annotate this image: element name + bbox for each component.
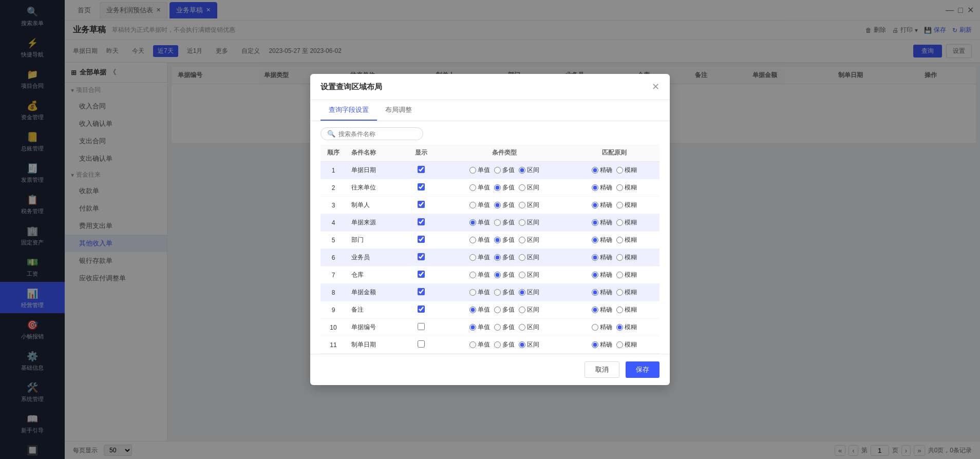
type-range-radio[interactable]: [519, 219, 525, 226]
type-multi-option[interactable]: 多值: [494, 183, 515, 192]
type-range-option[interactable]: 区间: [519, 323, 539, 332]
type-single-option[interactable]: 单值: [469, 288, 490, 297]
type-single-option[interactable]: 单值: [469, 218, 490, 227]
type-multi-radio[interactable]: [494, 341, 501, 348]
match-fuzzy-option[interactable]: 模糊: [616, 253, 637, 262]
type-multi-radio[interactable]: [494, 219, 501, 226]
type-multi-option[interactable]: 多值: [494, 218, 515, 227]
type-range-radio[interactable]: [519, 167, 525, 174]
modal-search-input[interactable]: [338, 130, 417, 138]
match-exact-option[interactable]: 精确: [592, 253, 612, 262]
row-display[interactable]: [403, 266, 439, 284]
modal-close-button[interactable]: ✕: [652, 81, 659, 92]
type-multi-option[interactable]: 多值: [494, 288, 515, 297]
type-single-option[interactable]: 单值: [469, 323, 490, 332]
type-single-option[interactable]: 单值: [469, 305, 490, 314]
match-fuzzy-radio[interactable]: [616, 307, 623, 313]
match-fuzzy-option[interactable]: 模糊: [616, 340, 637, 349]
match-fuzzy-option[interactable]: 模糊: [616, 166, 637, 175]
type-single-radio[interactable]: [469, 272, 476, 278]
display-checkbox[interactable]: [418, 323, 425, 330]
type-multi-option[interactable]: 多值: [494, 236, 515, 244]
match-fuzzy-option[interactable]: 模糊: [616, 305, 637, 314]
display-checkbox[interactable]: [418, 305, 425, 313]
type-range-option[interactable]: 区间: [519, 183, 539, 192]
row-display[interactable]: [403, 301, 439, 319]
row-display[interactable]: [403, 284, 439, 301]
row-display[interactable]: [403, 197, 439, 214]
match-fuzzy-radio[interactable]: [616, 341, 623, 348]
type-range-radio[interactable]: [519, 184, 525, 191]
type-range-option[interactable]: 区间: [519, 236, 539, 244]
type-single-radio[interactable]: [469, 307, 476, 313]
type-range-radio[interactable]: [519, 307, 525, 313]
type-multi-option[interactable]: 多值: [494, 166, 515, 175]
type-single-option[interactable]: 单值: [469, 271, 490, 279]
type-single-option[interactable]: 单值: [469, 340, 490, 349]
match-fuzzy-option[interactable]: 模糊: [616, 218, 637, 227]
match-fuzzy-radio[interactable]: [616, 324, 623, 331]
match-exact-option[interactable]: 精确: [592, 340, 612, 349]
type-multi-option[interactable]: 多值: [494, 323, 515, 332]
match-exact-radio[interactable]: [592, 219, 598, 226]
match-fuzzy-option[interactable]: 模糊: [616, 271, 637, 279]
row-display[interactable]: [403, 232, 439, 249]
type-multi-option[interactable]: 多值: [494, 253, 515, 262]
match-exact-option[interactable]: 精确: [592, 218, 612, 227]
modal-save-button[interactable]: 保存: [626, 361, 659, 378]
match-exact-radio[interactable]: [592, 289, 598, 296]
type-range-radio[interactable]: [519, 237, 525, 243]
match-exact-option[interactable]: 精确: [592, 166, 612, 175]
display-checkbox[interactable]: [418, 218, 425, 225]
match-fuzzy-radio[interactable]: [616, 202, 623, 208]
type-single-radio[interactable]: [469, 324, 476, 331]
row-display[interactable]: [403, 319, 439, 336]
type-range-option[interactable]: 区间: [519, 340, 539, 349]
display-checkbox[interactable]: [418, 183, 425, 190]
match-fuzzy-option[interactable]: 模糊: [616, 183, 637, 192]
type-range-option[interactable]: 区间: [519, 218, 539, 227]
type-multi-option[interactable]: 多值: [494, 305, 515, 314]
type-single-radio[interactable]: [469, 254, 476, 261]
match-fuzzy-option[interactable]: 模糊: [616, 288, 637, 297]
match-exact-radio[interactable]: [592, 254, 598, 261]
row-display[interactable]: [403, 249, 439, 266]
display-checkbox[interactable]: [418, 288, 425, 295]
type-single-option[interactable]: 单值: [469, 183, 490, 192]
match-exact-radio[interactable]: [592, 307, 598, 313]
display-checkbox[interactable]: [418, 340, 425, 348]
match-fuzzy-radio[interactable]: [616, 289, 623, 296]
type-single-radio[interactable]: [469, 184, 476, 191]
type-single-radio[interactable]: [469, 167, 476, 174]
type-multi-radio[interactable]: [494, 254, 501, 261]
type-range-option[interactable]: 区间: [519, 288, 539, 297]
type-range-radio[interactable]: [519, 272, 525, 278]
match-fuzzy-radio[interactable]: [616, 219, 623, 226]
type-multi-radio[interactable]: [494, 202, 501, 208]
type-range-option[interactable]: 区间: [519, 253, 539, 262]
match-exact-option[interactable]: 精确: [592, 305, 612, 314]
type-range-radio[interactable]: [519, 341, 525, 348]
match-exact-radio[interactable]: [592, 237, 598, 243]
type-range-option[interactable]: 区间: [519, 201, 539, 209]
modal-tab-layout[interactable]: 布局调整: [377, 100, 420, 121]
match-exact-option[interactable]: 精确: [592, 236, 612, 244]
match-exact-radio[interactable]: [592, 202, 598, 208]
type-single-radio[interactable]: [469, 289, 476, 296]
match-exact-option[interactable]: 精确: [592, 183, 612, 192]
match-exact-option[interactable]: 精确: [592, 288, 612, 297]
display-checkbox[interactable]: [418, 271, 425, 278]
match-exact-radio[interactable]: [592, 341, 598, 348]
row-display[interactable]: [403, 179, 439, 197]
type-single-radio[interactable]: [469, 237, 476, 243]
modal-cancel-button[interactable]: 取消: [585, 361, 619, 378]
type-multi-radio[interactable]: [494, 272, 501, 278]
type-single-option[interactable]: 单值: [469, 253, 490, 262]
type-single-radio[interactable]: [469, 219, 476, 226]
type-multi-radio[interactable]: [494, 237, 501, 243]
match-fuzzy-radio[interactable]: [616, 254, 623, 261]
match-exact-option[interactable]: 精确: [592, 323, 612, 332]
match-exact-radio[interactable]: [592, 167, 598, 174]
display-checkbox[interactable]: [418, 236, 425, 243]
match-fuzzy-option[interactable]: 模糊: [616, 323, 637, 332]
